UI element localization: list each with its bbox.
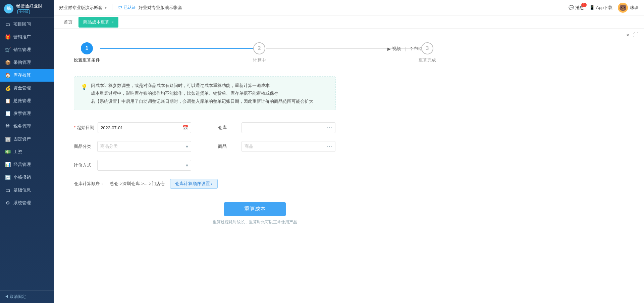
step-3-label: 重算完成 — [419, 57, 436, 63]
logo-icon: 畅 — [4, 4, 13, 13]
goods-label: 商品 — [218, 143, 238, 149]
sidebar-item-basic[interactable]: 🗃 基础信息 — [0, 184, 54, 197]
main-area: 好业财专业版演示帐套 ▾ 🛡 已认证 好业财专业版演示帐套 💬 消息 1 📱 A… — [54, 0, 644, 303]
gear-icon: ⚙ — [5, 200, 11, 206]
unpin-button[interactable]: ◀ 取消固定 — [0, 290, 54, 303]
topbar-divider — [112, 4, 112, 11]
sidebar-item-purchase[interactable]: 📦 采购管理 — [0, 56, 54, 69]
window-controls: × ⛶ — [626, 32, 639, 38]
warehouse-order-value: 总仓->深圳仓库->...->门店仓 — [110, 181, 165, 187]
steps-container: 1 设置重算条件 2 计算中 — [74, 39, 436, 63]
category-label: 商品分类 — [74, 143, 94, 149]
info-box: 💡 因成本计算参数调整，或是对商品成本有疑问时，可以通过成本重算功能，重新计算一… — [74, 77, 335, 110]
chevron-down-icon: ▾ — [186, 144, 188, 149]
warehouse-input[interactable]: ··· — [241, 122, 335, 133]
start-date-input[interactable]: 2022-07-01 📅 — [98, 122, 191, 133]
pricing-label: 计价方式 — [74, 162, 94, 168]
step-2: 2 计算中 — [253, 42, 266, 63]
sidebar-logo: 畅 畅捷通好业财 专业版 — [0, 0, 54, 18]
warehouse-order-row: 仓库计算顺序： 总仓->深圳仓库->...->门店仓 仓库计算顺序设置 › — [74, 179, 335, 189]
step-1: 1 设置重算条件 — [74, 42, 100, 63]
recalc-hint: 重算过程耗时较长，重算时您可以正常使用产品 — [74, 219, 436, 225]
sidebar-item-operations[interactable]: 📊 经营管理 — [0, 158, 54, 171]
verified-badge: 🛡 已认证 — [118, 5, 136, 10]
chart-icon: 📊 — [5, 162, 11, 168]
building-icon: 🏢 — [5, 136, 11, 142]
sidebar-item-salary[interactable]: 💵 工资 — [0, 145, 54, 158]
shield-icon: 🛡 — [118, 5, 122, 10]
warehouse-order-settings-button[interactable]: 仓库计算顺序设置 › — [170, 179, 218, 189]
step-3: 3 重算完成 — [419, 42, 436, 63]
gift-icon: 🎁 — [5, 34, 11, 40]
video-link[interactable]: ▶ 视频 — [387, 46, 401, 52]
tabbar: 首页 商品成本重算 × — [54, 15, 644, 29]
warehouse-more-icon[interactable]: ··· — [327, 125, 332, 131]
chevron-down-icon-2: ▾ — [186, 163, 188, 168]
db-icon: 🗃 — [5, 187, 11, 193]
sync-icon: 🔄 — [5, 174, 11, 180]
app-download-button[interactable]: 📱 App下载 — [589, 5, 612, 11]
account-selector[interactable]: 好业财专业版演示帐套 ▾ — [59, 5, 107, 11]
message-icon: 💬 — [569, 5, 574, 10]
warehouse-row: 仓库 ··· — [218, 122, 335, 133]
tab-cost-recalc[interactable]: 商品成本重算 × — [78, 17, 118, 28]
goods-more-icon[interactable]: ··· — [327, 143, 332, 149]
sidebar-item-ledger[interactable]: 📋 总账管理 — [0, 94, 54, 107]
sidebar-item-project[interactable]: 🗂 项目顾问 — [0, 18, 54, 31]
step-line-1 — [100, 48, 253, 49]
recalc-section: 重算成本 重算过程耗时较长，重算时您可以正常使用产品 — [74, 202, 436, 225]
warehouse-order-label: 仓库计算顺序： — [74, 181, 104, 187]
category-row: 商品分类 商品分类 ▾ — [74, 141, 191, 152]
recalc-button[interactable]: 重算成本 — [224, 202, 286, 216]
invoice-icon: 🧾 — [5, 111, 11, 117]
question-icon: ? — [410, 46, 413, 51]
sidebar-item-invoice[interactable]: 🧾 发票管理 — [0, 107, 54, 120]
step-2-label: 计算中 — [253, 57, 266, 63]
phone-icon: 📱 — [589, 5, 595, 10]
message-button[interactable]: 💬 消息 1 — [569, 5, 584, 11]
step-1-label: 设置重算条件 — [74, 57, 100, 63]
topbar-right: 💬 消息 1 📱 App下载 🐻 珠珠 — [569, 3, 639, 13]
step-3-circle: 3 — [421, 42, 433, 54]
ledger-icon: 📋 — [5, 98, 11, 104]
sidebar-item-tax[interactable]: 🏛 税务管理 — [0, 120, 54, 133]
user-menu[interactable]: 🐻 珠珠 — [618, 3, 639, 13]
home-icon: 🏠 — [5, 72, 11, 78]
start-date-row: *起始日期 2022-07-01 📅 — [74, 122, 191, 133]
expand-window-button[interactable]: ⛶ — [633, 32, 639, 38]
sidebar-item-inventory[interactable]: 🏠 库存核算 — [0, 69, 54, 82]
pricing-row: 计价方式 ▾ — [74, 160, 191, 171]
tab-home[interactable]: 首页 — [59, 17, 77, 28]
help-links: ▶ 视频 | ? 帮助 — [387, 46, 423, 52]
salary-icon: 💵 — [5, 149, 11, 155]
play-icon: ▶ — [387, 46, 391, 51]
content-inner: 1 设置重算条件 2 计算中 — [54, 29, 456, 235]
form-grid: *起始日期 2022-07-01 📅 仓库 ··· — [74, 122, 335, 171]
cart-icon: 🛒 — [5, 47, 11, 53]
pricing-select[interactable]: ▾ — [97, 160, 191, 171]
step-2-circle: 2 — [253, 42, 265, 54]
sidebar-item-assets[interactable]: 🏢 固定资产 — [0, 133, 54, 145]
close-window-button[interactable]: × — [626, 32, 629, 38]
calendar-icon[interactable]: 📅 — [182, 125, 188, 130]
step-1-circle: 1 — [81, 42, 93, 54]
project-icon: 🗂 — [5, 21, 11, 27]
sidebar-item-marketing[interactable]: 🎁 营销推广 — [0, 31, 54, 43]
content-area: × ⛶ 1 设置重算条件 — [54, 29, 644, 303]
steps-section: 1 设置重算条件 2 计算中 — [74, 39, 436, 63]
info-text: 因成本计算参数调整，或是对商品成本有疑问时，可以通过成本重算功能，重新计算一遍成… — [91, 82, 313, 105]
sidebar-item-sales[interactable]: 🛒 销售管理 — [0, 43, 54, 56]
warning-icon: 💡 — [81, 82, 88, 105]
avatar: 🐻 — [618, 3, 628, 13]
goods-input[interactable]: 商品 ··· — [241, 141, 335, 152]
logo-text: 畅捷通好业财 专业版 — [16, 3, 42, 14]
warehouse-label: 仓库 — [218, 125, 238, 131]
sidebar-item-expenses[interactable]: 🔄 小畅报销 — [0, 171, 54, 184]
sidebar-item-finance[interactable]: 💰 资金管理 — [0, 82, 54, 94]
topbar: 好业财专业版演示帐套 ▾ 🛡 已认证 好业财专业版演示帐套 💬 消息 1 📱 A… — [54, 0, 644, 15]
category-select[interactable]: 商品分类 ▾ — [97, 141, 191, 152]
sidebar-item-system[interactable]: ⚙ 系统管理 — [0, 197, 54, 209]
start-date-label: *起始日期 — [74, 125, 94, 131]
box-icon: 📦 — [5, 59, 11, 66]
tab-close-icon[interactable]: × — [111, 20, 114, 25]
